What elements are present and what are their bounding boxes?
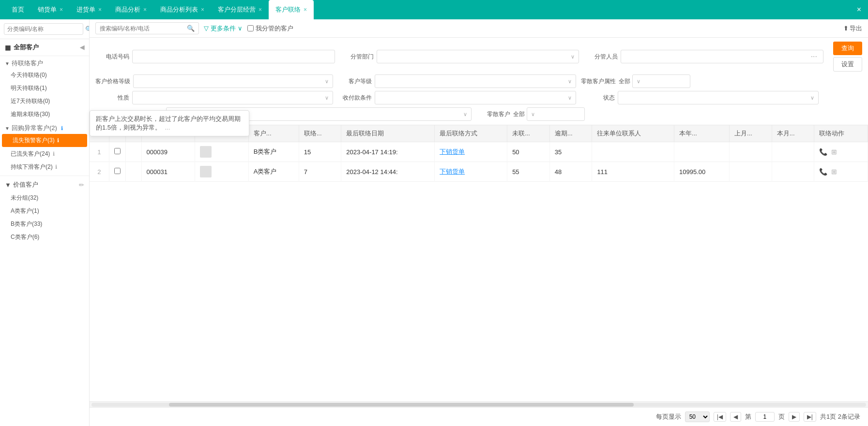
filter-person-dots[interactable]: ··· [809,52,819,61]
filter-dept: 分管部门 ∨ [340,50,579,63]
filter-status-select[interactable]: ∨ [618,91,819,104]
sidebar-item-overdue[interactable]: 逾期未联络(30) [0,108,89,121]
section-abnormal-arrow: ▼ [5,126,10,131]
main-search-icon[interactable]: 🔍 [187,25,195,32]
sidebar-item-classA[interactable]: A类客户(1) [0,205,89,218]
sidebar-item-warning[interactable]: 流失预警客户(3) ℹ [2,134,87,147]
filter-actions: 查询 设置 [833,42,862,72]
filter-dept-select[interactable]: ∨ [377,50,579,63]
lost-info-icon[interactable]: ℹ [53,151,55,157]
chevron-nature: ∨ [325,95,329,101]
grid-action-icon-2[interactable]: ⊞ [831,168,837,176]
page-suffix: 页 [778,412,785,421]
nav-customer-layer-close[interactable]: × [259,6,262,13]
cell-thismonth-1 [772,142,814,162]
sidebar-item-today[interactable]: 今天待联络(0) [0,69,89,82]
window-close-icon[interactable]: × [857,5,861,14]
sidebar-item-classB[interactable]: B类客户(33) [0,218,89,231]
horizontal-scrollbar[interactable] [90,401,868,407]
filter-customer-level: 客户等级 ∨ [338,74,576,88]
my-customers-checkbox[interactable] [247,25,254,31]
chevron-scatter: ∨ [531,111,535,118]
per-page-select[interactable]: 50 20 100 [685,411,710,422]
main-search-input[interactable] [100,25,187,32]
chevron-down-dept: ∨ [571,54,575,60]
nav-customer-contact-close[interactable]: × [304,6,307,13]
sidebar-item-7days[interactable]: 近7天待联络(0) [0,95,89,108]
filter-phone: 电话号码 [95,50,335,63]
filter-price-select[interactable]: ∨ [133,74,333,88]
declining-info-icon[interactable]: ℹ [55,164,57,170]
chevron-price: ∨ [325,78,329,85]
nav-product-list[interactable]: 商品分析列表 × [153,0,211,19]
nav-customer-layer[interactable]: 客户分层经营 × [211,0,269,19]
chevron-down-icon: ∨ [238,25,243,32]
phone-icon-2[interactable]: 📞 [819,168,827,176]
warning-info-icon[interactable]: ℹ [57,137,59,143]
table-row: 1 000039 B类客户 15 2023-04- [90,142,868,162]
nav-customer-contact[interactable]: 客户联络 × [269,0,314,19]
nav-product-analysis-close[interactable]: × [143,6,147,13]
export-button[interactable]: ⬆ 导出 [843,24,862,33]
section-pending-arrow: ▼ [5,61,10,66]
more-conditions-btn[interactable]: ▽ 更多条件 ∨ [204,24,243,33]
last-method-link-1[interactable]: 下销货单 [440,148,465,155]
nav-product-analysis-label: 商品分析 [115,5,140,14]
pagination-bar: 每页显示 50 20 100 |◀ ◀ 第 页 ▶ ▶| 共1页 2条记录 [90,407,868,426]
th-type: 客户... [248,125,299,142]
edit-icon[interactable]: ✏ [79,181,84,189]
sidebar-item-tomorrow[interactable]: 明天待联络(1) [0,82,89,95]
last-page-btn[interactable]: ▶| [804,412,816,422]
section-abnormal[interactable]: ▼ 回购异常客户(2) ℹ [0,121,89,133]
filter-payment-select[interactable]: ∨ [375,91,576,104]
row-checkbox-2[interactable] [114,168,121,174]
page-number-input[interactable] [755,412,775,422]
collapse-sidebar-icon[interactable]: ◀ [80,44,84,51]
info-icon[interactable]: ℹ [61,125,63,132]
cell-action-1: 📞 ⊞ [814,142,868,162]
scatter-attr-inline: 全部 [619,77,630,86]
last-method-link-2[interactable]: 下销货单 [440,168,465,175]
row-checkbox-1[interactable] [114,148,121,154]
sidebar-item-declining[interactable]: 持续下滑客户(2) ℹ [0,161,89,174]
sidebar-search-input[interactable] [4,23,83,35]
nav-product-list-label: 商品分析列表 [160,5,198,14]
first-page-btn[interactable]: |◀ [714,412,726,422]
total-label: 共1页 2条记录 [820,412,860,421]
section-value[interactable]: ▼ 价值客户 ✏ [0,178,89,191]
filter-scatter-select[interactable]: ∨ [527,107,585,121]
filter-scatter-attr-select[interactable]: ∨ [632,74,690,88]
filter-person-select[interactable]: ··· [621,50,823,63]
nav-home[interactable]: 首页 [5,0,31,19]
sidebar-item-ungroup[interactable]: 未分组(32) [0,191,89,205]
sidebar-search-icon[interactable]: 🔍 [85,26,90,33]
name-cell-2 [200,166,244,177]
next-page-btn[interactable]: ▶ [789,412,800,422]
cell-lastmethod-1: 下销货单 [435,142,507,162]
filter-phone-input[interactable] [132,50,335,63]
nav-sales-close[interactable]: × [60,6,63,13]
phone-icon-1[interactable]: 📞 [819,148,827,156]
query-button[interactable]: 查询 [833,42,862,55]
filter-clevel-select[interactable]: ∨ [375,74,576,88]
nav-product-analysis[interactable]: 商品分析 × [108,0,153,19]
sidebar-all-customers[interactable]: ▦ 全部客户 ◀ [0,39,89,56]
grid-action-icon-1[interactable]: ⊞ [831,148,837,156]
avatar-2 [200,166,212,177]
th-this-year: 本年... [674,125,730,142]
sidebar-item-lost[interactable]: 已流失客户(24) ℹ [0,147,89,161]
filter-nature-select[interactable]: ∨ [132,91,333,104]
sidebar-item-classC[interactable]: C类客户(6) [0,231,89,244]
section-pending[interactable]: ▼ 待联络客户 [0,56,89,69]
nav-sales[interactable]: 销货单 × [31,0,70,19]
prev-page-btn[interactable]: ◀ [730,412,741,422]
filter-status-label: 状态 [581,94,615,102]
scroll-thumb[interactable] [169,403,634,407]
cell-cb-1 [109,142,125,162]
cell-lastmonth-2 [730,162,772,182]
nav-purchase-close[interactable]: × [98,6,102,13]
nav-purchase[interactable]: 进货单 × [70,0,108,19]
nav-product-list-close[interactable]: × [201,6,204,13]
section-value-label: 价值客户 [13,180,38,189]
settings-button[interactable]: 设置 [833,57,862,72]
